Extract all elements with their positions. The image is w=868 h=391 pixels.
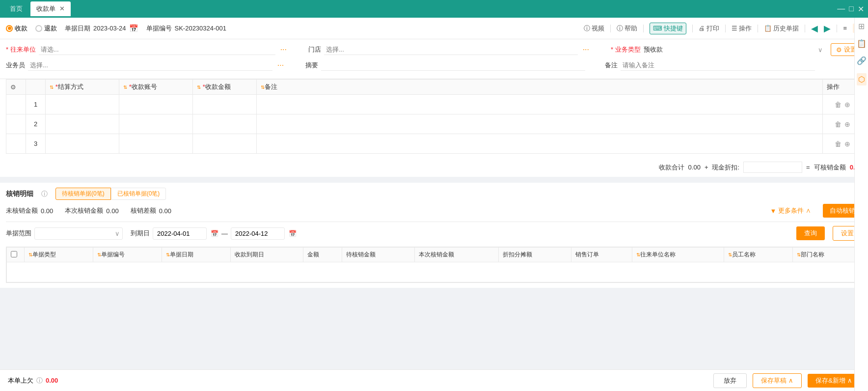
staff-input[interactable] (28, 60, 272, 71)
amount-label: 本单上欠 (8, 376, 33, 385)
row-3-account[interactable] (119, 134, 193, 154)
save-draft-button[interactable]: 保存草稿 ∧ (753, 373, 802, 388)
calendar-icon[interactable]: 📅 (129, 24, 138, 33)
save-new-button[interactable]: 保存&新增 ∧ (808, 374, 860, 388)
reconcile-table-wrap: ⇅单据类型 ⇅单据编号 ⇅单据日期 收款到期日 金额 待核销金额 本次核销金额 … (6, 247, 862, 283)
available-label: 可核销金额 (814, 163, 846, 172)
summary-row: 收款合计 0.00 + 现金折扣: = 可核销金额 0.00 (0, 158, 868, 179)
row-3-settlement[interactable] (46, 134, 119, 154)
refund-radio[interactable]: 退款 (35, 24, 57, 33)
receipt-tab[interactable]: 收款单 ✕ (30, 1, 71, 16)
date-separator: — (221, 230, 228, 237)
store-more-icon[interactable]: ··· (581, 45, 591, 54)
reconcile-stats: 未核销金额 0.00 本次核销金额 0.00 核销差额 0.00 ▼ 更多条件 … (6, 204, 862, 218)
total-value: 0.00 (688, 164, 701, 171)
index-col-header (26, 80, 46, 95)
maximize-icon[interactable]: □ (849, 4, 854, 13)
voucher-date-value[interactable]: 2023-03-24 (93, 25, 126, 32)
row-2-remark[interactable] (257, 114, 823, 134)
remark-col-header: ⇅备注 (257, 80, 823, 95)
row-1-settlement[interactable] (46, 95, 119, 114)
row-1-delete-icon[interactable]: 🗑 (835, 101, 841, 109)
row-2-check (6, 114, 26, 134)
row-1-amount[interactable] (193, 95, 257, 114)
completed-tab[interactable]: 已核销单据(0笔) (111, 188, 166, 200)
operation-btn[interactable]: ☰ 操作 (732, 24, 752, 33)
due-date-start-input[interactable] (153, 227, 207, 240)
current-stat: 本次核销金额 0.00 (65, 206, 118, 215)
sidebar-icon-1[interactable]: ⊞ (858, 22, 865, 31)
row-3-check (6, 134, 26, 154)
row-3-amount[interactable] (193, 134, 257, 154)
table-settings-icon[interactable]: ⚙ (10, 84, 16, 91)
nav-prev-icon[interactable]: ◀ (811, 23, 818, 34)
row-3-delete-icon[interactable]: 🗑 (835, 140, 841, 148)
query-btn[interactable]: 查询 (796, 226, 825, 240)
list-view-icon[interactable]: ≡ (843, 25, 847, 32)
select-all-checkbox[interactable] (11, 251, 17, 257)
sidebar-icon-2[interactable]: 📋 (857, 39, 867, 48)
minimize-icon[interactable]: — (837, 4, 845, 13)
history-icon: 📋 (764, 25, 772, 32)
row-3-remark[interactable] (257, 134, 823, 154)
type-col-header: ⇅单据类型 (25, 248, 93, 262)
end-date-calendar-icon[interactable]: 📅 (289, 230, 297, 237)
amount-value: 0.00 (46, 377, 58, 384)
table-row: 2 🗑 ⊕ (6, 114, 862, 134)
home-tab[interactable]: 首页 (4, 1, 28, 16)
shortcut-btn[interactable]: ⌨ 快捷键 (650, 23, 686, 34)
print-icon: 🖨 (699, 25, 705, 32)
reconcile-section: 核销明细 ⓘ 待核销单据(0笔) 已核销单据(0笔) 未核销金额 0.00 本次… (0, 183, 868, 288)
row-1-copy-icon[interactable]: ⊕ (844, 101, 850, 109)
counterparty-col-header: ⇅往来单位名称 (632, 248, 724, 262)
row-3-copy-icon[interactable]: ⊕ (844, 140, 850, 148)
reconcile-tabs: 待核销单据(0笔) 已核销单据(0笔) (55, 188, 166, 200)
amount-info-icon[interactable]: ⓘ (36, 376, 43, 385)
counterparty-input[interactable] (39, 44, 275, 55)
top-navigation: 首页 收款单 ✕ — □ ✕ (0, 0, 868, 18)
summary-field: 摘要 (305, 60, 585, 71)
row-2-amount[interactable] (193, 114, 257, 134)
date-col-header: ⇅单据日期 (162, 248, 231, 262)
row-1-account[interactable] (119, 95, 193, 114)
discount-input[interactable] (743, 162, 802, 173)
close-window-icon[interactable]: ✕ (858, 4, 864, 14)
discard-button[interactable]: 放弃 (713, 373, 747, 388)
pending-tab[interactable]: 待核销单据(0笔) (55, 188, 111, 200)
store-input[interactable] (324, 44, 578, 55)
note-input[interactable] (621, 60, 815, 71)
store-label: 门店 (308, 45, 321, 54)
print-btn[interactable]: 🖨 打印 (699, 24, 719, 33)
receipt-radio[interactable]: 收款 (6, 24, 27, 33)
nav-next-icon[interactable]: ▶ (824, 23, 831, 34)
row-2-delete-icon[interactable]: 🗑 (835, 120, 841, 128)
summary-input[interactable] (321, 60, 585, 71)
more-filter-btn[interactable]: ▼ 更多条件 ∧ (770, 206, 812, 215)
row-2-account[interactable] (119, 114, 193, 134)
diff-label: 核销差额 (131, 206, 156, 215)
amount-col-header2: 金额 (303, 248, 342, 262)
staff-more-icon[interactable]: ··· (275, 61, 286, 70)
reconcile-info-icon[interactable]: ⓘ (41, 190, 48, 198)
sidebar-icon-4[interactable]: ⬡ (857, 73, 867, 85)
counterparty-more-icon[interactable]: ··· (278, 45, 289, 54)
history-btn[interactable]: 📋 历史单据 (764, 24, 799, 33)
row-1-remark[interactable] (257, 95, 823, 114)
note-label: 备注 (605, 61, 618, 70)
help-btn[interactable]: ⓘ 帮助 (617, 24, 637, 33)
row-2-copy-icon[interactable]: ⊕ (844, 120, 850, 128)
unreconciled-stat: 未核销金额 0.00 (6, 206, 53, 215)
video-btn[interactable]: ⓘ 视频 (584, 24, 604, 33)
due-date-end-input[interactable] (231, 227, 285, 240)
business-type-arrow[interactable]: ∨ (818, 46, 823, 54)
dept-col-header: ⇅部门名称 (792, 248, 861, 262)
sidebar-icon-3[interactable]: 🔗 (857, 56, 867, 65)
settlement-col-header: ⇅ *结算方式 (46, 80, 119, 95)
range-select[interactable] (34, 227, 123, 240)
receipt-table-section: ⚙ ⇅ *结算方式 ⇅ *收款账号 ⇅ *收款金额 ⇅备注 操作 (0, 79, 868, 158)
voucher-no-field: 单据编号 SK-20230324-001 (146, 24, 227, 33)
start-date-calendar-icon[interactable]: 📅 (211, 230, 218, 237)
close-tab-icon[interactable]: ✕ (59, 5, 65, 12)
row-2-settlement[interactable] (46, 114, 119, 134)
save-draft-arrow-icon: ∧ (788, 377, 793, 384)
